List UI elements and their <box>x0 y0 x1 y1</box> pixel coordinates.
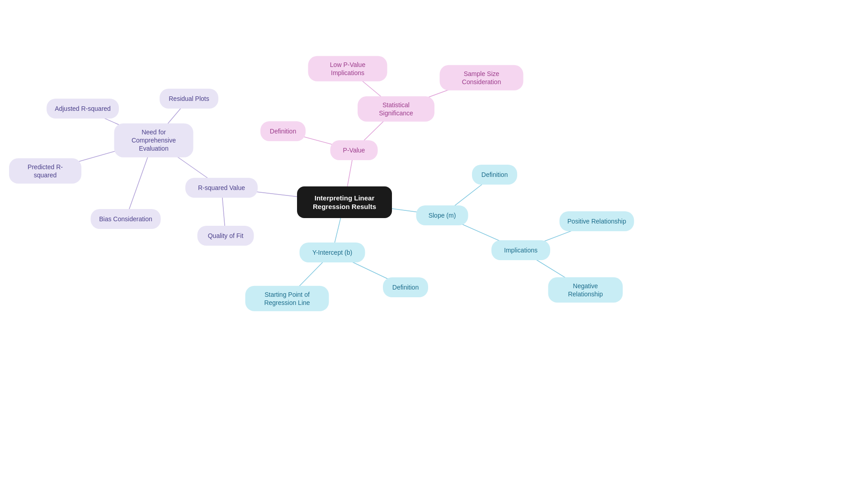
node-p_value[interactable]: P-Value <box>330 140 378 160</box>
node-adjusted_r[interactable]: Adjusted R-squared <box>47 99 119 119</box>
node-starting_point[interactable]: Starting Point of Regression Line <box>245 286 329 311</box>
node-y_intercept[interactable]: Y-Intercept (b) <box>300 243 365 262</box>
connections-svg <box>0 0 868 490</box>
node-bias_consideration[interactable]: Bias Consideration <box>91 209 161 229</box>
mindmap-container: Interpreting Linear Regression ResultsR-… <box>0 0 868 490</box>
node-quality_of_fit[interactable]: Quality of Fit <box>198 226 254 246</box>
node-sample_size[interactable]: Sample Size Consideration <box>440 65 524 90</box>
node-negative_rel[interactable]: Negative Relationship <box>548 277 623 303</box>
node-r_squared[interactable]: R-squared Value <box>185 178 258 198</box>
node-need_comprehensive[interactable]: Need for Comprehensive Evaluation <box>114 124 193 157</box>
node-definition_pval[interactable]: Definition <box>260 121 306 141</box>
node-positive_rel[interactable]: Positive Relationship <box>560 211 634 231</box>
node-center[interactable]: Interpreting Linear Regression Results <box>297 186 392 218</box>
node-implications[interactable]: Implications <box>491 240 550 260</box>
node-low_pval[interactable]: Low P-Value Implications <box>308 56 387 81</box>
node-stat_significance[interactable]: Statistical Significance <box>358 96 434 122</box>
node-predicted_r[interactable]: Predicted R-squared <box>9 158 81 184</box>
node-slope[interactable]: Slope (m) <box>416 205 468 225</box>
node-definition_yint[interactable]: Definition <box>383 277 428 297</box>
node-residual_plots[interactable]: Residual Plots <box>160 89 218 109</box>
node-definition_slope[interactable]: Definition <box>472 165 517 185</box>
